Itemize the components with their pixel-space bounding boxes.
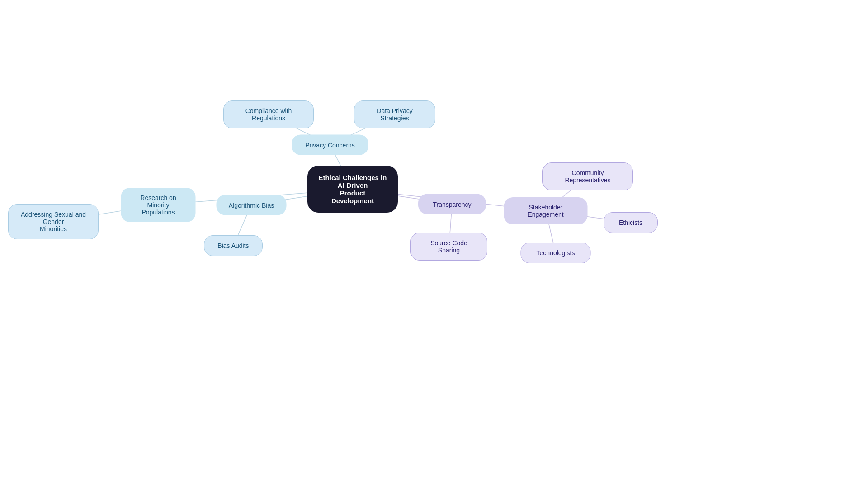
node-dataPrivacyStrategies[interactable]: Data Privacy Strategies — [354, 100, 435, 128]
node-label-complianceRegulations: Compliance with Regulations — [233, 107, 304, 122]
mindmap-container: Ethical Challenges in AI-Driven Product … — [0, 0, 868, 490]
node-addressingSexual[interactable]: Addressing Sexual and Gender Minorities — [8, 204, 99, 239]
node-label-center: Ethical Challenges in AI-Driven Product … — [318, 174, 387, 205]
node-label-sourceCodeSharing: Source Code Sharing — [420, 239, 478, 254]
node-sourceCodeSharing[interactable]: Source Code Sharing — [410, 233, 487, 261]
node-complianceRegulations[interactable]: Compliance with Regulations — [223, 100, 314, 128]
node-label-transparency: Transparency — [433, 200, 471, 208]
node-label-technologists: Technologists — [537, 249, 575, 257]
node-label-researchMinority: Research on Minority Populations — [130, 194, 187, 216]
node-label-algorithmicBias: Algorithmic Bias — [229, 201, 274, 209]
node-researchMinority[interactable]: Research on Minority Populations — [121, 188, 196, 222]
node-communityReps[interactable]: Community Representatives — [542, 162, 633, 190]
node-label-ethicists: Ethicists — [619, 219, 642, 226]
node-technologists[interactable]: Technologists — [521, 243, 591, 263]
node-label-addressingSexual: Addressing Sexual and Gender Minorities — [18, 211, 89, 233]
node-algorithmicBias[interactable]: Algorithmic Bias — [217, 195, 287, 215]
node-biasAudits[interactable]: Bias Audits — [204, 235, 263, 256]
node-transparency[interactable]: Transparency — [418, 194, 486, 214]
node-label-stakeholderEngagement: Stakeholder Engagement — [513, 204, 579, 218]
node-label-privacyConcerns: Privacy Concerns — [305, 141, 355, 148]
node-stakeholderEngagement[interactable]: Stakeholder Engagement — [504, 197, 588, 224]
node-label-biasAudits: Bias Audits — [217, 242, 249, 249]
node-privacyConcerns[interactable]: Privacy Concerns — [292, 135, 368, 155]
node-center[interactable]: Ethical Challenges in AI-Driven Product … — [307, 166, 398, 213]
node-label-communityReps: Community Representatives — [552, 169, 623, 184]
node-label-dataPrivacyStrategies: Data Privacy Strategies — [363, 107, 426, 122]
node-ethicists[interactable]: Ethicists — [604, 212, 658, 233]
